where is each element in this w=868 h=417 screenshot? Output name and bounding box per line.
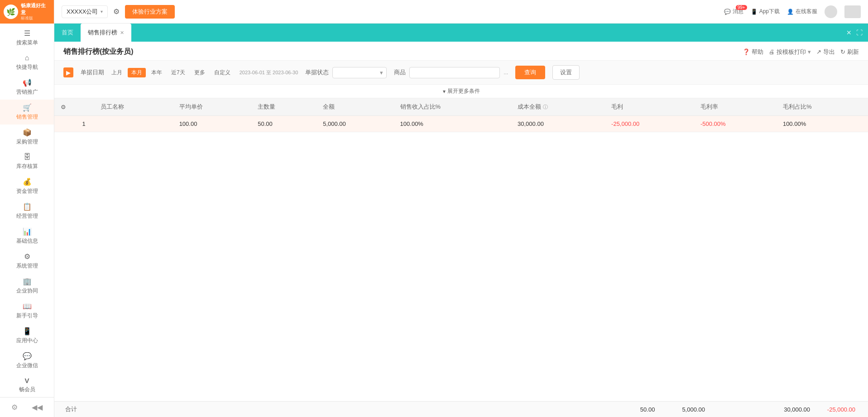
expand-icon: ▾ [443, 88, 446, 95]
sidebar-item-enterprise[interactable]: 🏢 企业协同 [0, 273, 54, 298]
col-header-gross-pct: 毛利占比% [777, 98, 868, 116]
cost-info-icon[interactable]: ⓘ [543, 104, 548, 110]
date-tab-last-month[interactable]: 上月 [108, 68, 126, 77]
search-menu-icon: ☰ [24, 29, 30, 38]
finance-icon: 💰 [23, 177, 32, 186]
status-select[interactable] [332, 67, 387, 78]
date-label: 单据日期 [81, 68, 104, 77]
table-body: 1 100.00 50.00 5,000.00 100.00% 30,000.0… [54, 116, 868, 132]
sidebar-item-label: 营销推广 [16, 88, 38, 96]
table-header-row: ⚙ 员工名称 平均单价 主数量 全额 销售收入占比% 成本全额 ⓘ 毛利 毛利率 [54, 98, 868, 116]
col-header-amount: 全额 [317, 98, 394, 116]
main-area: XXXXX公司 ▾ ⚙ 体验行业方案 💬 消息 99+ 📱 App下载 👤 在线… [54, 0, 868, 417]
print-icon: 🖨 [769, 48, 775, 55]
export-label: 导出 [823, 48, 835, 56]
row-gross-rate: -500.00% [695, 116, 777, 132]
filter-settings-button[interactable]: 设置 [552, 65, 580, 80]
sidebar-item-member[interactable]: V 畅会员 [0, 373, 54, 397]
sidebar-item-search[interactable]: ☰ 搜索菜单 [0, 25, 54, 50]
row-gross-pct: 100.00% [777, 116, 868, 132]
row-setting [54, 116, 72, 132]
col-header-gross: 毛利 [606, 98, 695, 116]
message-button[interactable]: 💬 消息 99+ [724, 8, 743, 15]
export-button[interactable]: ↗ 导出 [816, 48, 835, 56]
sidebar-item-quick-nav[interactable]: ⌂ 快捷导航 [0, 50, 54, 75]
sidebar-logo: 🌿 畅康通好生意 标准版 [0, 0, 54, 24]
sidebar-item-purchase[interactable]: 📦 采购管理 [0, 125, 54, 149]
topbar-right: 💬 消息 99+ 📱 App下载 👤 在线客服 [724, 5, 861, 18]
tabbar-right: ✕ ⛶ [846, 29, 868, 36]
sidebar-item-marketing[interactable]: 📢 营销推广 [0, 75, 54, 100]
status-select-wrapper [332, 67, 387, 78]
tab-close-icon[interactable]: ✕ [120, 30, 124, 36]
sidebar-item-wechat[interactable]: 💬 企业微信 [0, 348, 54, 373]
help-button[interactable]: ❓ 帮助 [743, 48, 763, 56]
topbar: XXXXX公司 ▾ ⚙ 体验行业方案 💬 消息 99+ 📱 App下载 👤 在线… [54, 0, 868, 24]
help-label: 帮助 [752, 48, 763, 56]
query-button[interactable]: 查询 [515, 66, 545, 79]
col-header-qty: 主数量 [252, 98, 317, 116]
message-badge: 99+ [736, 5, 747, 10]
sidebar-collapse-button[interactable]: ◀◀ [32, 403, 43, 412]
service-label: 在线客服 [796, 8, 817, 15]
sidebar-item-label: 资金管理 [16, 187, 38, 195]
refresh-label: 刷新 [847, 48, 859, 56]
sidebar-item-inventory[interactable]: 🗄 库存核算 [0, 149, 54, 174]
operations-icon: 📋 [23, 202, 32, 211]
company-selector[interactable]: XXXXX公司 ▾ [62, 5, 108, 18]
tab-expand-button[interactable]: ⛶ [856, 29, 863, 36]
col-header-avg-price: 平均单价 [174, 98, 253, 116]
app-download-button[interactable]: 📱 App下载 [751, 8, 780, 15]
date-filter: 单据日期 上月 本月 本年 近7天 更多 自定义 2023-06-01 至 20… [81, 68, 298, 77]
sidebar-item-guide[interactable]: 📖 新手引导 [0, 298, 54, 323]
user-avatar[interactable] [825, 5, 837, 18]
refresh-icon: ↻ [840, 48, 845, 55]
col-header-setting[interactable]: ⚙ [54, 98, 72, 116]
trial-button[interactable]: 体验行业方案 [125, 5, 175, 19]
date-tabs: 上月 本月 本年 近7天 更多 自定义 [108, 68, 234, 77]
sidebar-item-label: 新手引导 [16, 312, 38, 320]
sidebar-item-system[interactable]: ⚙ 系统管理 [0, 249, 54, 273]
table-footer: 合计 50.00 5,000.00 30,000.00 -25,000.00 [54, 401, 868, 417]
data-table-wrapper: ⚙ 员工名称 平均单价 主数量 全额 销售收入占比% 成本全额 ⓘ 毛利 毛利率 [54, 98, 868, 401]
user-name-placeholder[interactable] [844, 5, 861, 18]
sidebar-item-sales[interactable]: 🛒 销售管理 [0, 100, 54, 125]
purchase-icon: 📦 [23, 128, 32, 137]
col-header-gross-rate: 毛利率 [695, 98, 777, 116]
tab-sales-rank[interactable]: 销售排行榜 ✕ [81, 24, 131, 42]
tab-close-window-button[interactable]: ✕ [846, 29, 852, 36]
company-name: XXXXX公司 [67, 8, 98, 16]
tab-home[interactable]: 首页 [54, 24, 81, 42]
col-header-cost: 成本全额 ⓘ [512, 98, 606, 116]
date-tab-custom[interactable]: 自定义 [211, 68, 234, 77]
refresh-button[interactable]: ↻ 刷新 [840, 48, 859, 56]
sales-rank-table: ⚙ 员工名称 平均单价 主数量 全额 销售收入占比% 成本全额 ⓘ 毛利 毛利率 [54, 98, 868, 132]
date-tab-more[interactable]: 更多 [191, 68, 209, 77]
sidebar-settings-button[interactable]: ⚙ [11, 403, 18, 412]
sidebar-item-operations[interactable]: 📋 经营管理 [0, 199, 54, 224]
print-button[interactable]: 🖨 按模板打印 ▾ [769, 48, 811, 56]
goods-filter: 商品 ... [394, 67, 508, 78]
sidebar-item-basic-info[interactable]: 📊 基础信息 [0, 224, 54, 249]
expand-conditions-button[interactable]: ▾ 展开更多条件 [443, 87, 480, 95]
logo-text: 畅康通好生意 [21, 2, 50, 15]
company-dropdown-arrow: ▾ [101, 9, 103, 14]
service-icon: 👤 [787, 9, 794, 15]
sidebar-item-label: 库存核算 [16, 163, 38, 170]
online-service-button[interactable]: 👤 在线客服 [787, 8, 817, 15]
topbar-settings-icon[interactable]: ⚙ [113, 7, 120, 16]
goods-more-button[interactable]: ... [504, 69, 508, 76]
row-sales-pct: 100.00% [395, 116, 512, 132]
sales-icon: 🛒 [23, 103, 32, 112]
logo-sub: 标准版 [21, 15, 50, 21]
print-label: 按模板打印 [777, 48, 806, 56]
date-tab-7days[interactable]: 近7天 [168, 68, 189, 77]
filter-toggle-button[interactable]: ▶ [63, 67, 73, 77]
date-tab-this-year[interactable]: 本年 [148, 68, 166, 77]
sidebar-item-apps[interactable]: 📱 应用中心 [0, 323, 54, 348]
goods-input[interactable] [409, 67, 500, 78]
date-tab-this-month[interactable]: 本月 [128, 68, 146, 77]
status-filter: 单据状态 [305, 67, 387, 78]
sidebar-item-finance[interactable]: 💰 资金管理 [0, 174, 54, 199]
home-icon: ⌂ [25, 54, 29, 62]
